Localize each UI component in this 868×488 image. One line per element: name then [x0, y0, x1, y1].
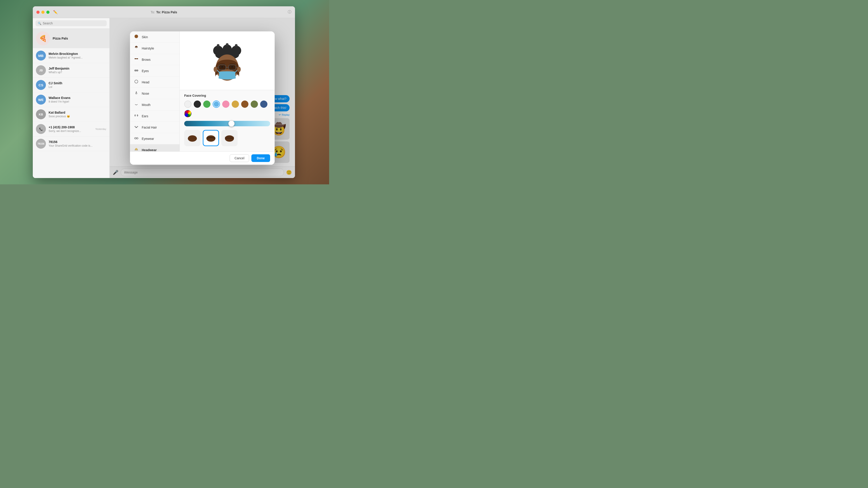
avatar: MB	[36, 51, 46, 61]
content-area: 🔍 🍕 Pizza Pals MB Melvin Brockington	[33, 18, 295, 178]
swatch-multicolor[interactable]	[184, 110, 191, 117]
category-label: Nose	[142, 92, 149, 95]
sidebar-item-head[interactable]: Head	[130, 76, 180, 88]
svg-point-10	[136, 138, 138, 139]
list-item[interactable]: 📞 +1 (415) 200-1908 Sorry, we don't reco…	[33, 122, 110, 136]
maximize-button[interactable]	[46, 11, 50, 14]
svg-point-34	[206, 135, 215, 142]
close-button[interactable]	[36, 11, 39, 14]
nose-icon	[133, 91, 139, 96]
chat-area: Wow what? Okay, watch this! ↩ Replay 🤠 😢…	[110, 18, 295, 178]
svg-point-0	[134, 35, 138, 38]
minimize-button[interactable]	[41, 11, 44, 14]
swatch-navy[interactable]	[260, 101, 268, 108]
mouth-icon	[133, 102, 139, 107]
sidebar-item-headwear[interactable]: Headwear	[130, 144, 180, 151]
avatar: 78156	[36, 139, 46, 149]
avatar: CS	[36, 80, 46, 90]
list-item[interactable]: 🍕 Pizza Pals	[33, 29, 110, 48]
info-icon[interactable]: ⓘ	[288, 10, 291, 14]
svg-point-30	[231, 66, 233, 68]
sidebar-item-nose[interactable]: Nose	[130, 88, 180, 99]
style-option-1[interactable]	[184, 130, 200, 146]
svg-point-20	[235, 44, 238, 47]
list-item[interactable]: CS CJ Smith Lol	[33, 78, 110, 92]
sidebar-item-facial-hair[interactable]: Facial Hair	[130, 122, 180, 133]
list-item[interactable]: JB Jeff Benjamin What's up?	[33, 63, 110, 78]
skin-icon	[133, 34, 139, 40]
svg-point-31	[214, 67, 217, 72]
swatch-pink[interactable]	[222, 101, 229, 108]
sidebar-item-eyes[interactable]: Eyes	[130, 65, 180, 76]
list-item[interactable]: KB Kat Ballard Sooo precious 🐱	[33, 107, 110, 122]
conv-name: 78156	[49, 140, 106, 144]
dialog-overlay: Skin Hairstyle	[110, 18, 295, 178]
conv-name: Pizza Pals	[53, 37, 106, 40]
category-label: Brows	[142, 58, 151, 61]
facial-hair-icon	[133, 125, 139, 130]
avatar: 📞	[36, 124, 46, 134]
conv-name: Jeff Benjamin	[49, 67, 106, 70]
face-covering-options: Face Covering	[180, 90, 275, 151]
search-bar: 🔍	[33, 18, 110, 29]
conv-info: Wallace Evans It does! I'm hype!	[49, 96, 106, 103]
svg-point-29	[221, 66, 223, 68]
svg-point-19	[231, 46, 241, 56]
conv-preview: It does! I'm hype!	[49, 100, 106, 103]
conv-name: Melvin Brockington	[49, 52, 106, 56]
memoji-3d-preview	[205, 38, 250, 84]
avatar: WE	[36, 95, 46, 105]
sidebar-item-mouth[interactable]: Mouth	[130, 99, 180, 110]
color-slider[interactable]	[184, 121, 270, 126]
svg-point-15	[213, 46, 223, 56]
swatch-brown[interactable]	[241, 101, 248, 108]
conv-name: CJ Smith	[49, 81, 106, 85]
slider-thumb[interactable]	[228, 121, 235, 127]
compose-icon[interactable]: ✏️	[53, 10, 58, 14]
categories-panel: Skin Hairstyle	[130, 31, 180, 151]
list-item[interactable]: MB Melvin Brockington Melvin laughed at …	[33, 48, 110, 63]
list-item[interactable]: 78156 78156 Your ShareGrid verification …	[33, 136, 110, 151]
category-label: Hairstyle	[142, 46, 154, 50]
title-bar: ✏️ To: To: Pizza Pals ⓘ	[33, 6, 295, 18]
swatch-olive[interactable]	[251, 101, 258, 108]
svg-point-3	[136, 58, 138, 59]
conv-preview: Your ShareGrid verification code is...	[49, 144, 106, 147]
avatar: 🍕	[36, 31, 50, 45]
dialog-body: Skin Hairstyle	[130, 31, 275, 151]
done-button[interactable]: Done	[251, 154, 270, 162]
category-label: Head	[142, 80, 149, 84]
svg-point-5	[135, 70, 136, 71]
main-window: ✏️ To: To: Pizza Pals ⓘ 🔍 🍕 Pizza Pals	[33, 6, 295, 178]
memoji-editor-dialog: Skin Hairstyle	[130, 31, 275, 165]
title-to-label: To:	[151, 10, 155, 14]
swatch-light-blue[interactable]	[213, 101, 220, 108]
conv-preview: Melvin laughed at "Agreed...	[49, 56, 106, 59]
swatch-black[interactable]	[194, 101, 201, 108]
cancel-button[interactable]: Cancel	[230, 154, 249, 162]
swatch-gold[interactable]	[232, 101, 239, 108]
hairstyle-icon	[133, 45, 139, 51]
headwear-icon	[133, 147, 139, 151]
conv-info: CJ Smith Lol	[49, 81, 106, 89]
eyes-icon	[133, 68, 139, 74]
svg-point-16	[217, 44, 219, 47]
style-option-2[interactable]	[203, 130, 219, 146]
category-label: Facial Hair	[142, 126, 157, 129]
svg-point-2	[134, 58, 136, 59]
search-input-wrap[interactable]: 🔍	[35, 20, 107, 26]
sidebar-item-skin[interactable]: Skin	[130, 31, 180, 43]
sidebar-item-ears[interactable]: Ears	[130, 110, 180, 122]
style-option-3[interactable]	[221, 130, 238, 146]
category-label: Eyewear	[142, 137, 154, 140]
section-title: Face Covering	[184, 94, 270, 97]
sidebar-item-eyewear[interactable]: Eyewear	[130, 133, 180, 144]
search-input[interactable]	[43, 22, 104, 25]
list-item[interactable]: WE Wallace Evans It does! I'm hype!	[33, 92, 110, 107]
options-panel: Face Covering	[180, 31, 275, 151]
sidebar-item-brows[interactable]: Brows	[130, 54, 180, 65]
conv-info: Pizza Pals	[53, 37, 106, 40]
swatch-white[interactable]	[184, 101, 191, 108]
swatch-green[interactable]	[203, 101, 211, 108]
sidebar-item-hairstyle[interactable]: Hairstyle	[130, 43, 180, 54]
